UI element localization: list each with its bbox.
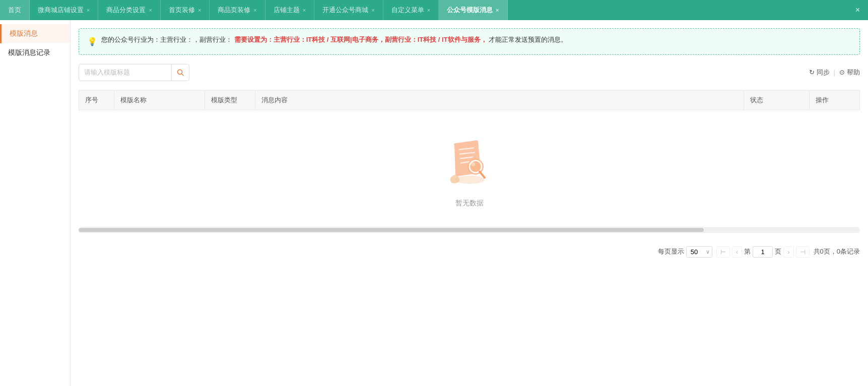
page-label: 页: [775, 247, 781, 256]
pagination: 每页显示 10 20 50 100 ⊢ ‹ 第 页 › ⊣: [79, 242, 860, 262]
col-name: 模版名称: [114, 90, 205, 110]
page-first-button[interactable]: ⊢: [716, 246, 730, 258]
help-icon: ⊙: [839, 68, 845, 76]
tab-template-msg[interactable]: 公众号模版消息 ×: [439, 0, 507, 20]
notice-icon: 💡: [87, 35, 97, 48]
tab-product-decor-close[interactable]: ×: [253, 7, 256, 13]
page-navigation: ⊢ ‹ 第 页 › ⊣: [716, 246, 810, 258]
tab-home-decor-label: 首页装修: [169, 6, 195, 15]
page-next-button[interactable]: ›: [783, 246, 793, 258]
sync-button[interactable]: ↻ 同步: [809, 68, 830, 77]
page-last-button[interactable]: ⊣: [796, 246, 810, 258]
sidebar-item-template-msg-record[interactable]: 模版消息记录: [0, 43, 70, 62]
page-size-label: 每页显示: [658, 247, 684, 256]
tab-custom-menu-label: 自定义菜单: [391, 6, 424, 15]
tab-shop-theme-label: 店铺主题: [274, 6, 300, 15]
help-button[interactable]: ⊙ 帮助: [839, 68, 860, 77]
col-content: 消息内容: [255, 90, 744, 110]
tab-home-decor-close[interactable]: ×: [198, 7, 201, 13]
page-prev-button[interactable]: ‹: [732, 246, 742, 258]
sidebar-item-template-msg[interactable]: 模版消息: [0, 24, 70, 43]
empty-state: 暂无数据: [79, 110, 860, 218]
tab-weishop-settings[interactable]: 微商城店铺设置 ×: [30, 0, 98, 20]
tab-product-decor[interactable]: 商品页装修 ×: [210, 0, 265, 20]
search-icon: [177, 69, 184, 76]
search-input[interactable]: [79, 65, 171, 79]
toolbar-right: ↻ 同步 | ⊙ 帮助: [809, 68, 860, 77]
page-size-wrapper: 10 20 50 100: [686, 246, 712, 258]
svg-point-10: [471, 162, 475, 166]
tab-open-wechat[interactable]: 开通公众号商城 ×: [314, 0, 383, 20]
tab-category-settings[interactable]: 商品分类设置 ×: [98, 0, 160, 20]
data-table: 序号 模版名称 模版类型 消息内容 状态 操作: [79, 90, 860, 218]
tab-home-label: 首页: [8, 6, 21, 15]
tabbar-close-all[interactable]: ×: [847, 0, 868, 20]
toolbar: ↻ 同步 | ⊙ 帮助: [79, 62, 860, 83]
tab-category-close[interactable]: ×: [149, 7, 152, 13]
notice-box: 💡 您的公众号行业为：主营行业：，副营行业： 需要设置为：主营行业：IT科技 /…: [79, 28, 860, 55]
total-label: 共0页，0条记录: [814, 247, 860, 256]
page-size-select[interactable]: 10 20 50 100: [686, 246, 712, 258]
tab-open-wechat-label: 开通公众号商城: [322, 6, 368, 15]
tab-template-msg-close[interactable]: ×: [496, 7, 499, 13]
toolbar-divider: |: [834, 68, 835, 76]
tab-home[interactable]: 首页: [0, 0, 30, 20]
tab-custom-menu-close[interactable]: ×: [427, 7, 430, 13]
tab-shop-theme-close[interactable]: ×: [303, 7, 306, 13]
sidebar: 模版消息 模版消息记录: [0, 20, 71, 386]
main-layout: 模版消息 模版消息记录 💡 您的公众号行业为：主营行业：，副营行业： 需要设置为…: [0, 20, 868, 386]
tab-shop-theme[interactable]: 店铺主题 ×: [265, 0, 314, 20]
search-button[interactable]: [171, 64, 189, 81]
page-size-section: 每页显示 10 20 50 100: [658, 246, 712, 258]
page-prefix-label: 第: [744, 247, 751, 256]
col-status: 状态: [744, 90, 810, 110]
horizontal-scrollbar[interactable]: [79, 227, 860, 233]
svg-line-1: [182, 73, 184, 75]
tab-bar: 首页 微商城店铺设置 × 商品分类设置 × 首页装修 × 商品页装修 × 店铺主…: [0, 0, 868, 20]
tab-open-wechat-close[interactable]: ×: [371, 7, 374, 13]
content-area: 💡 您的公众号行业为：主营行业：，副营行业： 需要设置为：主营行业：IT科技 /…: [71, 20, 868, 386]
tab-template-msg-label: 公众号模版消息: [447, 6, 493, 15]
search-box: [79, 64, 189, 81]
scrollbar-thumb[interactable]: [79, 228, 704, 232]
col-action: 操作: [810, 90, 860, 110]
col-type: 模版类型: [205, 90, 255, 110]
tab-home-decor[interactable]: 首页装修 ×: [161, 0, 210, 20]
tab-category-label: 商品分类设置: [106, 6, 146, 15]
col-index: 序号: [79, 90, 114, 110]
empty-text: 暂无数据: [455, 199, 484, 208]
empty-illustration: [439, 130, 500, 191]
tab-custom-menu[interactable]: 自定义菜单 ×: [383, 0, 439, 20]
page-number-input[interactable]: [753, 246, 773, 258]
sync-icon: ↻: [809, 68, 815, 76]
svg-line-9: [480, 172, 485, 178]
tab-weishop-close[interactable]: ×: [87, 7, 90, 13]
table-header-row: 序号 模版名称 模版类型 消息内容 状态 操作: [79, 90, 860, 110]
notice-text: 您的公众号行业为：主营行业：，副营行业： 需要设置为：主营行业：IT科技 / 互…: [101, 35, 567, 45]
empty-row: 暂无数据: [79, 110, 860, 218]
tab-product-decor-label: 商品页装修: [218, 6, 250, 15]
tab-weishop-label: 微商城店铺设置: [38, 6, 84, 15]
